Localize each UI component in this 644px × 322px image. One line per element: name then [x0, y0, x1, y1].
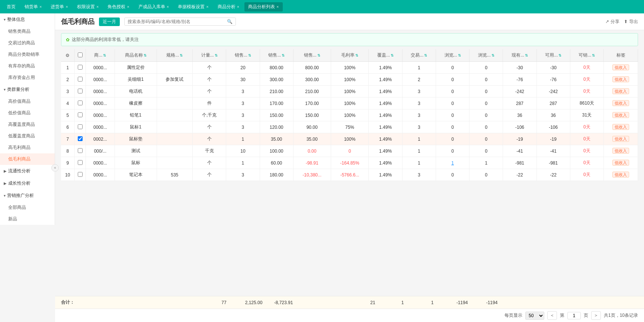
row-margin: 100%: [331, 133, 369, 145]
row-saleable: 0天: [570, 121, 603, 133]
row-checkbox[interactable]: [74, 133, 86, 145]
sidebar-group-cluster[interactable]: ▾ 类群量分析: [0, 83, 55, 96]
row-browse1[interactable]: 1: [436, 157, 469, 169]
sidebar-item-low-value[interactable]: 低价值商品: [0, 107, 55, 119]
sidebar-item-high-value[interactable]: 高价值商品: [0, 96, 55, 107]
nav-item-home[interactable]: 首页: [3, 2, 19, 12]
row-sales-price: 800.00: [260, 62, 293, 74]
sidebar-item-new-goods[interactable]: 新品: [0, 213, 55, 225]
row-select-checkbox[interactable]: [78, 136, 83, 141]
row-transaction: 3: [402, 86, 436, 98]
row-checkbox[interactable]: [74, 98, 86, 109]
row-browse2: 0: [470, 98, 503, 109]
top-navigation: 首页 销货单 × 进货单 × 权限设置 × 角色授权 × 产成品入库单 × 单据…: [0, 0, 644, 13]
sidebar-item-sales-goods[interactable]: 销售类商品: [0, 26, 55, 37]
search-icon[interactable]: 🔍: [227, 19, 233, 24]
sidebar-item-inventory-capital[interactable]: 库存资金占用: [0, 72, 55, 83]
nav-item-product-entry[interactable]: 产成品入库单 ×: [135, 2, 173, 12]
row-sales-price: 100.00: [260, 145, 293, 157]
nav-item-role[interactable]: 角色授权 ×: [104, 2, 133, 12]
sidebar-item-high-coverage[interactable]: 高覆盖度商品: [0, 119, 55, 130]
page-size-select[interactable]: 50 100: [525, 312, 544, 320]
row-sales-qty: 20: [226, 62, 260, 74]
row-select-checkbox[interactable]: [78, 160, 83, 165]
row-browse1: 0: [436, 121, 469, 133]
next-page-button[interactable]: ＞: [591, 311, 601, 320]
sidebar-group-circulation[interactable]: ▶ 流通性分析: [0, 165, 55, 177]
footer-sales-qty: 77: [209, 300, 239, 305]
row-select-checkbox[interactable]: [78, 77, 83, 82]
nav-item-analysis[interactable]: 商品分析 ×: [214, 2, 243, 12]
sidebar-item-category-rate[interactable]: 商品分类助销率: [0, 49, 55, 60]
row-sales-profit: -98.91: [293, 157, 331, 169]
nav-close-template[interactable]: ×: [206, 4, 208, 9]
prev-page-button[interactable]: ＜: [547, 311, 557, 320]
nav-close-product-entry[interactable]: ×: [167, 4, 169, 9]
row-checkbox[interactable]: [74, 169, 86, 181]
row-browse1: 0: [436, 109, 469, 121]
row-checkbox[interactable]: [74, 157, 86, 169]
row-code: 0000...: [86, 74, 115, 86]
table-row: 1 0000... 属性定价 个 20 800.00 800.00 100% 1…: [61, 62, 638, 74]
sidebar-item-all-goods[interactable]: 全部商品: [0, 202, 55, 213]
row-available: -981: [536, 157, 570, 169]
row-spec: [157, 121, 193, 133]
nav-item-sales[interactable]: 销货单 ×: [21, 2, 45, 12]
row-unit: 个: [193, 86, 226, 98]
sidebar-item-low-margin[interactable]: 低毛利商品: [0, 153, 55, 165]
sidebar-wrapper: ▾ 整体信息 销售类商品 交易过的商品 商品分类助销率 有库存的商品 库存资金占…: [0, 13, 55, 322]
sidebar-group-growth[interactable]: ▶ 成长性分析: [0, 177, 55, 189]
row-select-checkbox[interactable]: [78, 89, 83, 93]
row-checkbox[interactable]: [74, 121, 86, 133]
row-select-checkbox[interactable]: [78, 112, 83, 117]
search-box[interactable]: 🔍: [124, 17, 236, 26]
row-name: 电话机: [115, 86, 157, 98]
nav-close-purchase[interactable]: ×: [65, 4, 68, 9]
row-select-checkbox[interactable]: [78, 65, 83, 70]
row-browse1: 0: [436, 98, 469, 109]
filter-recent-month-button[interactable]: 近一月: [99, 17, 120, 26]
sidebar-collapse-button[interactable]: «: [51, 164, 59, 172]
row-checkbox[interactable]: [74, 74, 86, 86]
col-checkbox[interactable]: [74, 49, 86, 62]
row-code: 0000...: [86, 109, 115, 121]
row-name: 笔记本: [115, 169, 157, 181]
row-checkbox[interactable]: [74, 145, 86, 157]
nav-close-analysis-list[interactable]: ×: [276, 4, 279, 9]
row-name: 鼠标垫: [115, 133, 157, 145]
row-code: 000/...: [86, 145, 115, 157]
row-select-checkbox[interactable]: [78, 124, 83, 129]
nav-close-analysis[interactable]: ×: [237, 4, 239, 9]
nav-close-permission[interactable]: ×: [96, 4, 99, 9]
row-margin: 100%: [331, 98, 369, 109]
sidebar-group-overview[interactable]: ▾ 整体信息: [0, 13, 55, 26]
nav-close-sales[interactable]: ×: [39, 4, 42, 9]
export-button[interactable]: ⬆ 导出: [624, 19, 638, 25]
col-settings[interactable]: ⚙: [61, 49, 74, 62]
page-number-input[interactable]: [567, 312, 581, 319]
nav-item-permission[interactable]: 权限设置 ×: [73, 2, 102, 12]
row-select-checkbox[interactable]: [78, 101, 83, 105]
row-checkbox[interactable]: [74, 62, 86, 74]
share-button[interactable]: ↗ 分享: [605, 19, 619, 25]
row-current: -30: [503, 62, 536, 74]
row-select-checkbox[interactable]: [78, 148, 83, 153]
sidebar-item-traded-goods[interactable]: 交易过的商品: [0, 37, 55, 49]
sidebar-group-marketing[interactable]: ▾ 营销推广分析: [0, 189, 55, 202]
select-all-checkbox[interactable]: [78, 52, 83, 57]
tag-badge: 低收入: [612, 112, 629, 118]
row-transaction: 3: [402, 121, 436, 133]
tag-badge: 低收入: [612, 88, 629, 94]
nav-close-role[interactable]: ×: [127, 4, 129, 9]
row-select-checkbox[interactable]: [78, 172, 83, 177]
nav-item-template[interactable]: 单据模板设置 ×: [174, 2, 212, 12]
sidebar-item-low-coverage[interactable]: 低覆盖度商品: [0, 130, 55, 142]
sidebar-item-stocked-goods[interactable]: 有库存的商品: [0, 60, 55, 72]
nav-item-analysis-list[interactable]: 商品分析列表 ×: [244, 2, 282, 12]
main-layout: ▾ 整体信息 销售类商品 交易过的商品 商品分类助销率 有库存的商品 库存资金占…: [0, 13, 644, 322]
sidebar-item-high-margin[interactable]: 高毛利商品: [0, 142, 55, 153]
row-checkbox[interactable]: [74, 86, 86, 98]
row-checkbox[interactable]: [74, 109, 86, 121]
nav-item-purchase[interactable]: 进货单 ×: [47, 2, 71, 12]
search-input[interactable]: [128, 19, 227, 24]
